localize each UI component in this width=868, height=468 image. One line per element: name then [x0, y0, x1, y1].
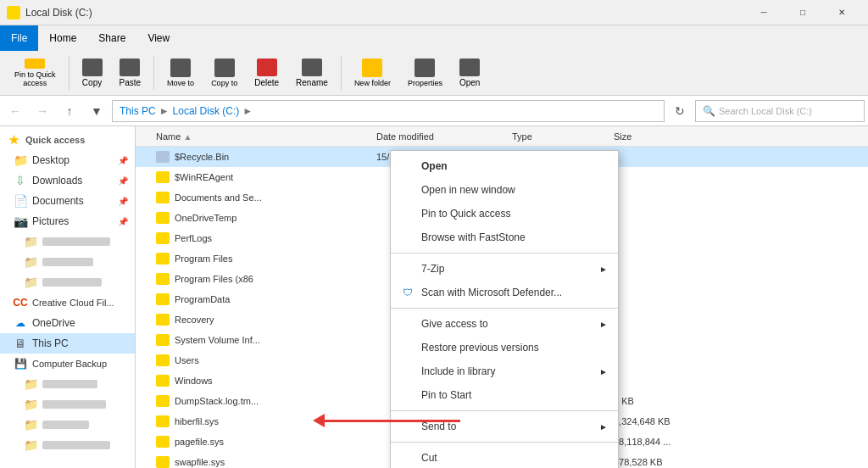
- file-name-text: Program Files: [175, 254, 232, 264]
- search-box[interactable]: 🔍 Search Local Disk (C:): [695, 100, 865, 122]
- ctx-give-access[interactable]: Give access to ►: [391, 312, 618, 336]
- delete-arrow: [314, 414, 460, 427]
- properties-label: Properties: [408, 79, 442, 87]
- sidebar-item-pictures[interactable]: 📷 Pictures 📌: [0, 211, 135, 231]
- move-to-button[interactable]: Move to: [159, 54, 202, 92]
- ctx-restore-versions[interactable]: Restore previous versions: [391, 336, 618, 359]
- folder-icon: [156, 314, 170, 326]
- col-header-name[interactable]: Name ▲: [139, 131, 376, 142]
- paste-button[interactable]: Paste: [112, 54, 149, 92]
- ctx-defender[interactable]: 🛡 Scan with Microsoft Defender...: [391, 281, 618, 304]
- ctx-open-new-window[interactable]: Open in new window: [391, 178, 618, 202]
- sidebar-item-folder1[interactable]: 📁: [0, 231, 135, 252]
- sidebar-item-folder3[interactable]: 📁: [0, 272, 135, 292]
- ctx-browse-faststone[interactable]: Browse with FastStone: [391, 226, 618, 249]
- file-name-text: swapfile.sys: [175, 457, 225, 467]
- ctx-include-library[interactable]: Include in library ►: [391, 359, 618, 383]
- sidebar-item-folder2[interactable]: 📁: [0, 252, 135, 272]
- ctx-pin-icon: [401, 207, 415, 220]
- sidebar-item-downloads[interactable]: ⇩ Downloads 📌: [0, 170, 135, 191]
- close-icon: [838, 8, 845, 17]
- ctx-open-new-window-label: Open in new window: [421, 184, 608, 196]
- col-header-size[interactable]: Size: [614, 131, 698, 142]
- new-folder-button[interactable]: New folder: [347, 54, 398, 92]
- search-icon: 🔍: [703, 105, 715, 117]
- arrow-head: [313, 414, 325, 427]
- file-icon: [156, 436, 170, 448]
- ctx-pin-start[interactable]: Pin to Start: [391, 383, 618, 407]
- file-name-cell: Program Files (x86: [139, 273, 376, 285]
- ctx-cut[interactable]: Cut: [391, 446, 618, 468]
- file-name-cell: DumpStack.log.tm...: [139, 395, 376, 407]
- ctx-open[interactable]: Open: [391, 154, 618, 178]
- back-button[interactable]: ←: [3, 99, 27, 123]
- sidebar-item-sub1[interactable]: 📁: [0, 374, 135, 394]
- maximize-button[interactable]: [783, 0, 822, 25]
- sidebar-item-documents[interactable]: 📄 Documents 📌: [0, 191, 135, 211]
- ctx-browse-label: Browse with FastStone: [421, 231, 608, 243]
- folder-icon: [156, 212, 170, 224]
- sidebar-item-this-pc[interactable]: 🖥 This PC: [0, 333, 135, 354]
- sidebar-onedrive-label: OneDrive: [32, 317, 75, 329]
- copy-button[interactable]: Copy: [75, 54, 110, 92]
- ctx-7zip[interactable]: 7-Zip ►: [391, 257, 618, 281]
- breadcrumb[interactable]: This PC ► Local Disk (C:) ►: [112, 100, 665, 122]
- ctx-pin-quick-access[interactable]: Pin to Quick access: [391, 202, 618, 226]
- file-icon: [156, 395, 170, 407]
- sidebar-item-creative-cloud[interactable]: CC Creative Cloud Fil...: [0, 292, 135, 313]
- sidebar-item-sub4[interactable]: 📁: [0, 435, 135, 455]
- new-folder-icon: [362, 58, 382, 77]
- rename-button[interactable]: Rename: [288, 54, 336, 92]
- copy-to-button[interactable]: Copy to: [203, 54, 245, 92]
- folder-icon: [156, 253, 170, 265]
- copy-label: Copy: [82, 78, 102, 87]
- ctx-library-arrow: ►: [599, 367, 608, 376]
- file-name-text: Recovery: [175, 315, 214, 325]
- forward-button[interactable]: →: [31, 99, 54, 123]
- recent-button[interactable]: ▼: [85, 99, 108, 123]
- sidebar-sub4-label: [42, 441, 110, 449]
- file-icon: [156, 415, 170, 427]
- backup-icon: 💾: [14, 357, 27, 370]
- sidebar-item-onedrive[interactable]: ☁ OneDrive: [0, 313, 135, 333]
- folder-icon: [156, 232, 170, 244]
- file-name-text: System Volume Inf...: [175, 335, 260, 345]
- sub-folder-icon-4: 📁: [24, 438, 37, 452]
- breadcrumb-disk[interactable]: Local Disk (C:): [173, 105, 240, 117]
- sidebar-folder2-label: [42, 258, 93, 266]
- maximize-icon: [800, 8, 805, 17]
- move-icon: [170, 58, 191, 77]
- ctx-cut-label: Cut: [421, 452, 608, 464]
- breadcrumb-sep2: ►: [242, 105, 253, 117]
- sidebar-item-backup[interactable]: 💾 Computer Backup: [0, 354, 135, 374]
- sidebar-pictures-label: Pictures: [32, 215, 69, 227]
- tab-view[interactable]: View: [136, 25, 181, 51]
- properties-button[interactable]: Properties: [400, 54, 450, 92]
- sidebar-sub3-label: [42, 421, 89, 429]
- pin-quick-access-button[interactable]: Pin to Quickaccess: [7, 54, 64, 92]
- ctx-give-access-arrow: ►: [599, 320, 608, 329]
- minimize-button[interactable]: [744, 0, 783, 25]
- col-header-type[interactable]: Type: [512, 131, 614, 142]
- ribbon-tabs: File Home Share View: [0, 25, 868, 51]
- col-header-date[interactable]: Date modified: [376, 131, 512, 142]
- sidebar-section-quick-access: ★ Quick access: [0, 130, 135, 150]
- sidebar-item-desktop[interactable]: 📁 Desktop 📌: [0, 150, 135, 170]
- file-name-cell: PerfLogs: [139, 232, 376, 244]
- file-name-cell: Windows: [139, 375, 376, 387]
- tab-home[interactable]: Home: [38, 25, 87, 51]
- ctx-pin-start-label: Pin to Start: [421, 389, 608, 401]
- sidebar-item-sub3[interactable]: 📁: [0, 415, 135, 435]
- delete-button[interactable]: Delete: [247, 54, 287, 92]
- sidebar-backup-label: Computer Backup: [32, 359, 107, 369]
- tab-file[interactable]: File: [0, 25, 38, 51]
- refresh-button[interactable]: ↻: [668, 99, 692, 123]
- sub-folder-icon-1: 📁: [24, 377, 37, 391]
- up-button[interactable]: ↑: [58, 99, 81, 123]
- close-button[interactable]: [822, 0, 861, 25]
- breadcrumb-pc[interactable]: This PC: [120, 105, 156, 117]
- folder-icon: [156, 192, 170, 203]
- sidebar-item-sub2[interactable]: 📁: [0, 394, 135, 415]
- open-button[interactable]: Open: [452, 54, 487, 92]
- tab-share[interactable]: Share: [87, 25, 136, 51]
